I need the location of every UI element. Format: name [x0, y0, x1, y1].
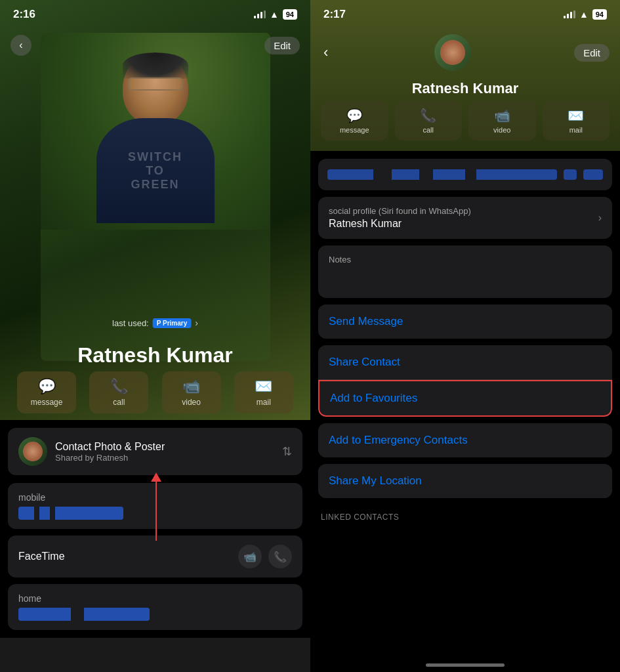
poster-left: Contact Photo & Poster Shared by Ratnesh	[18, 437, 165, 466]
poster-avatar-image	[23, 442, 43, 461]
right-time: 2:17	[323, 8, 346, 21]
hero-video-icon: 📹	[182, 378, 200, 395]
left-panel: SWITCHTOGREEN 2:16 ▲ 94 ‹	[0, 0, 310, 672]
person-head	[123, 52, 188, 125]
right-status-bar: 2:17 ▲ 94	[310, 0, 620, 29]
send-message-row[interactable]: Send Message	[318, 304, 612, 339]
signal-bar-3	[260, 12, 262, 18]
signal-bar-r4	[573, 10, 575, 18]
facetime-call-button[interactable]: 📞	[268, 545, 292, 568]
arrow-line	[155, 482, 157, 541]
share-location-row[interactable]: Share My Location	[318, 464, 612, 498]
home-field[interactable]: home	[8, 584, 302, 630]
right-battery: 94	[592, 9, 607, 20]
hero-message-button[interactable]: 💬 message	[17, 371, 76, 413]
hero-message-label: message	[31, 398, 63, 407]
arrow-annotation	[151, 472, 161, 541]
last-used-badge: last used: P Primary ›	[112, 318, 198, 328]
left-time: 2:16	[13, 8, 35, 21]
left-battery: 94	[283, 9, 297, 20]
right-video-button[interactable]: 📹 video	[468, 101, 536, 140]
left-signal	[254, 10, 266, 18]
facetime-icons: 📹 📞	[238, 545, 292, 568]
primary-badge: P Primary	[153, 318, 192, 328]
left-status-icons: ▲ 94	[254, 9, 297, 20]
right-message-label: message	[340, 126, 369, 134]
contact-poster-row[interactable]: Contact Photo & Poster Shared by Ratnesh…	[8, 428, 302, 475]
phone-blur-1	[327, 169, 557, 180]
person-silhouette: SWITCHTOGREEN	[90, 52, 221, 236]
share-contact-row[interactable]: Share Contact	[318, 345, 612, 379]
share-contact-text: Share Contact	[329, 356, 400, 368]
shirt-text: SWITCHTOGREEN	[128, 150, 182, 192]
last-used-text: last used:	[112, 318, 149, 328]
signal-bar-1	[254, 16, 256, 18]
social-profile-text: social profile (Siri found in WhatsApp) …	[329, 206, 471, 230]
add-to-favourites-row[interactable]: Add to Favourites	[318, 380, 612, 417]
right-call-button[interactable]: 📞 call	[395, 101, 463, 140]
right-action-buttons: 💬 message 📞 call 📹 video ✉️ mail	[310, 101, 620, 140]
signal-bar-r1	[564, 16, 566, 18]
phone-blur-3	[583, 169, 603, 180]
social-profile-row[interactable]: social profile (Siri found in WhatsApp) …	[318, 197, 612, 239]
hero-message-icon: 💬	[38, 378, 56, 395]
send-message-section: Send Message	[318, 304, 612, 339]
signal-bar-r3	[570, 12, 572, 18]
person-body: SWITCHTOGREEN	[96, 118, 215, 223]
right-signal	[564, 10, 575, 18]
left-back-button[interactable]: ‹	[10, 35, 31, 56]
person-glasses	[128, 77, 183, 91]
right-nav: ‹ Edit	[310, 29, 620, 76]
share-location-section: Share My Location	[318, 464, 612, 498]
hero-mail-button[interactable]: ✉️ mail	[234, 371, 293, 413]
share-favourites-section: Share Contact Add to Favourites	[318, 345, 612, 417]
mobile-value-blur	[18, 507, 123, 520]
hero-video-button[interactable]: 📹 video	[162, 371, 221, 413]
phone-blur-2	[564, 169, 577, 180]
linked-contacts-label: LINKED CONTACTS	[318, 505, 612, 526]
notes-label: Notes	[329, 255, 602, 264]
left-wifi-icon: ▲	[270, 9, 279, 20]
hero-mail-icon: ✉️	[255, 378, 272, 395]
notes-row[interactable]: Notes	[318, 245, 612, 298]
signal-bar-4	[264, 10, 266, 18]
home-value-blur	[18, 608, 150, 621]
poster-avatar	[18, 437, 47, 466]
poster-subtitle: Shared by Ratnesh	[55, 453, 165, 463]
home-indicator	[426, 663, 505, 667]
right-call-label: call	[423, 126, 434, 134]
signal-bar-r2	[567, 14, 569, 18]
add-to-favourites-text: Add to Favourites	[330, 392, 417, 404]
right-video-label: video	[493, 126, 510, 134]
facetime-label: FaceTime	[18, 551, 65, 562]
add-to-emergency-row[interactable]: Add to Emergency Contacts	[318, 423, 612, 457]
right-avatar-image	[440, 40, 465, 65]
left-back-icon: ‹	[19, 39, 22, 51]
left-edit-button[interactable]: Edit	[264, 37, 300, 54]
right-mail-icon: ✉️	[568, 108, 584, 123]
right-back-button[interactable]: ‹	[321, 41, 331, 64]
right-message-button[interactable]: 💬 message	[321, 101, 388, 140]
add-to-emergency-text: Add to Emergency Contacts	[329, 434, 468, 446]
hero-call-icon: 📞	[110, 378, 128, 395]
share-location-text: Share My Location	[329, 474, 422, 487]
right-status-icons: ▲ 94	[564, 9, 607, 20]
right-mail-label: mail	[569, 126, 583, 134]
right-video-icon: 📹	[494, 108, 510, 123]
contact-hero: SWITCHTOGREEN 2:16 ▲ 94 ‹	[0, 0, 310, 420]
hero-call-label: call	[113, 398, 125, 407]
hero-action-buttons: 💬 message 📞 call 📹 video ✉️ mail	[0, 371, 310, 413]
right-mail-button[interactable]: ✉️ mail	[543, 101, 610, 140]
facetime-video-button[interactable]: 📹	[238, 545, 262, 568]
right-edit-button[interactable]: Edit	[574, 44, 610, 62]
blurred-phone-row	[318, 159, 612, 190]
right-call-icon: 📞	[420, 108, 436, 123]
poster-title: Contact Photo & Poster	[55, 441, 165, 453]
send-message-text: Send Message	[329, 315, 403, 327]
hero-call-button[interactable]: 📞 call	[89, 371, 148, 413]
right-header: 2:17 ▲ 94 ‹ Edit Ratnesh Kumar	[310, 0, 620, 151]
left-nav-bar: ‹ Edit	[0, 29, 310, 62]
right-wifi-icon: ▲	[579, 9, 589, 20]
right-message-icon: 💬	[346, 108, 363, 123]
hero-contact-name: Ratnesh Kumar	[0, 343, 310, 368]
